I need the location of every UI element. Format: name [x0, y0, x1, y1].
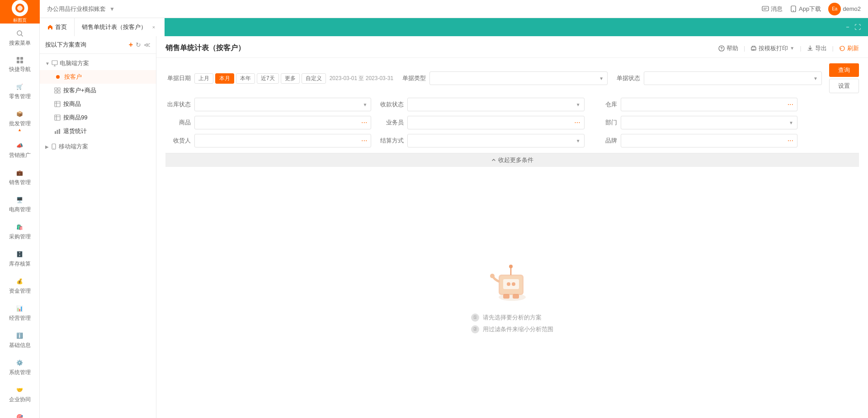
tree-item-customer[interactable]: 按客户 — [40, 70, 156, 84]
date-btn-this-month[interactable]: 本月 — [215, 73, 234, 84]
tree-item-customer-goods[interactable]: 按客户+商品 — [40, 84, 156, 97]
sidebar-item-search[interactable]: 搜索菜单 — [0, 24, 40, 51]
message-button[interactable]: 消息 — [762, 5, 783, 13]
sidebar-item-system[interactable]: ⚙️ 系统管理 — [0, 354, 40, 381]
goods-label: 商品 — [165, 119, 191, 127]
logo[interactable]: 标图页 — [0, 0, 40, 24]
tab-home[interactable]: 首页 — [40, 18, 75, 36]
ecommerce-icon: 🖥️ — [15, 195, 24, 204]
sidebar-item-label-system: 系统管理 — [9, 369, 31, 376]
sidebar-item-retail[interactable]: 🛒 零售管理 — [0, 78, 40, 105]
sidebar-item-marketing[interactable]: 📣 营销推广 — [0, 137, 40, 164]
date-btn-this-year[interactable]: 本年 — [236, 73, 255, 84]
goods-select[interactable]: ··· — [194, 116, 371, 129]
tree-desktop-section[interactable]: ▼ 电脑端方案 — [40, 57, 156, 70]
order-type-select[interactable]: ▼ — [429, 71, 608, 85]
tree-item-goods[interactable]: 按商品 — [40, 97, 156, 111]
marketing-icon: 📣 — [15, 141, 24, 150]
date-btn-more[interactable]: 更多 — [281, 73, 300, 84]
collect-status-select[interactable]: ▼ — [407, 98, 584, 111]
warehouse-select[interactable]: ··· — [621, 98, 797, 111]
sidebar-item-ecommerce[interactable]: 🖥️ 电商管理 — [0, 191, 40, 218]
svg-rect-3 — [20, 57, 23, 60]
receiver-more-btn[interactable]: ··· — [361, 137, 367, 145]
tree-mobile-label: 移动端方案 — [59, 142, 88, 151]
sidebar-item-inventory[interactable]: 🗄️ 库存核算 — [0, 245, 40, 272]
receiver-filter: 收货人 ··· — [165, 134, 371, 147]
left-panel: 按以下方案查询 + ↻ ≪ ▼ 电脑端方案 — [40, 36, 156, 418]
svg-rect-27 — [503, 279, 519, 289]
tree-item-goods99[interactable]: 按商品99 — [40, 111, 156, 124]
brand-more-btn[interactable]: ··· — [788, 137, 793, 145]
help-icon — [718, 45, 725, 52]
message-icon — [762, 5, 769, 13]
svg-rect-17 — [57, 130, 58, 134]
date-range-display: 2023-03-01 至 2023-03-31 — [330, 75, 393, 82]
empty-state-tips: ① 请先选择要分析的方案 ② 用过滤条件来缩小分析范围 — [471, 314, 553, 333]
tab-close-button[interactable]: × — [150, 24, 157, 31]
export-label: 导出 — [815, 44, 827, 52]
receiver-select[interactable]: ··· — [194, 134, 371, 147]
sidebar-item-guide[interactable]: 🎯 新手引导 — [0, 408, 40, 418]
svg-point-20 — [53, 148, 54, 149]
add-scheme-button[interactable]: + — [129, 41, 133, 49]
sidebar-item-finance[interactable]: 💰 资金管理 — [0, 272, 40, 299]
salesperson-more-btn[interactable]: ··· — [574, 119, 580, 127]
out-status-select[interactable]: ▼ — [194, 98, 371, 111]
sidebar-item-operation[interactable]: 📊 经营管理 — [0, 299, 40, 327]
payment-filter: 结算方式 ▼ — [378, 134, 584, 147]
query-button[interactable]: 查询 — [829, 63, 859, 77]
sidebar-item-label-finance: 资金管理 — [9, 287, 31, 295]
print-dropdown-arrow[interactable]: ▼ — [790, 46, 794, 51]
refresh-button[interactable]: 刷新 — [839, 44, 859, 52]
brand-filter: 品牌 ··· — [592, 134, 797, 147]
out-status-label: 出库状态 — [165, 100, 191, 109]
logo-icon — [12, 0, 28, 16]
dept-select[interactable]: ▼ — [621, 116, 797, 129]
tab-minimize-button[interactable]: － — [844, 23, 851, 31]
sidebar-item-cooperation[interactable]: 🤝 企业协同 — [0, 381, 40, 408]
refresh-scheme-button[interactable]: ↻ — [136, 41, 141, 48]
sidebar-item-nav[interactable]: 快捷导航 — [0, 51, 40, 78]
tree-item-label-return: 退货统计 — [63, 127, 87, 135]
collapse-button[interactable]: 收起更多条件 — [165, 153, 859, 167]
date-btn-7days[interactable]: 近7天 — [257, 73, 279, 84]
warehouse-more-btn[interactable]: ··· — [788, 100, 793, 109]
svg-point-31 — [509, 265, 513, 268]
svg-rect-14 — [55, 101, 60, 107]
tip-num-1: ① — [471, 314, 479, 322]
topbar-dropdown[interactable]: ▼ — [109, 6, 115, 12]
sidebar-item-wholesale[interactable]: 📦 批发管理 ▲ — [0, 105, 40, 137]
tree-item-return[interactable]: 退货统计 — [40, 124, 156, 138]
sidebar-item-info[interactable]: ℹ️ 基础信息 — [0, 327, 40, 354]
tab-maximize-button[interactable]: ⛶ — [854, 24, 861, 31]
collapse-panel-button[interactable]: ≪ — [144, 41, 151, 48]
salesperson-select[interactable]: ··· — [407, 116, 584, 129]
home-icon — [47, 24, 53, 30]
order-status-select[interactable]: ▼ — [644, 71, 822, 85]
collect-status-chevron: ▼ — [576, 102, 580, 107]
filter-row-3: 商品 ··· 业务员 ··· — [165, 116, 859, 129]
setting-button[interactable]: 设置 — [829, 79, 859, 93]
user-profile[interactable]: Ea demo2 — [828, 3, 861, 15]
print-button[interactable]: 按模板打印 ▼ — [750, 44, 794, 52]
sidebar-item-purchase[interactable]: 🛍️ 采购管理 — [0, 218, 40, 245]
tab-sales-report[interactable]: 销售单统计表（按客户） × — [75, 18, 165, 36]
brand-select[interactable]: ··· — [621, 134, 797, 147]
tab-sales-label: 销售单统计表（按客户） — [82, 23, 146, 31]
date-btn-last-month[interactable]: 上月 — [194, 73, 213, 84]
app-download-button[interactable]: App下载 — [790, 5, 821, 13]
tree-mobile-section[interactable]: ▶ 移动端方案 — [40, 140, 156, 153]
help-button[interactable]: 帮助 — [718, 44, 738, 52]
sidebar-item-sales[interactable]: 💼 销售管理 — [0, 164, 40, 191]
tip-num-2: ② — [471, 325, 479, 333]
export-button[interactable]: 导出 — [807, 44, 827, 52]
svg-rect-4 — [17, 61, 19, 63]
topbar-title: 办公用品行业模拟账套 — [47, 5, 106, 13]
goods-more-btn[interactable]: ··· — [361, 119, 367, 127]
svg-rect-16 — [55, 131, 56, 134]
nav-icon — [15, 55, 24, 64]
sidebar-item-label-nav: 快捷导航 — [9, 66, 31, 73]
payment-select[interactable]: ▼ — [407, 134, 584, 147]
date-btn-custom[interactable]: 自定义 — [302, 73, 326, 84]
